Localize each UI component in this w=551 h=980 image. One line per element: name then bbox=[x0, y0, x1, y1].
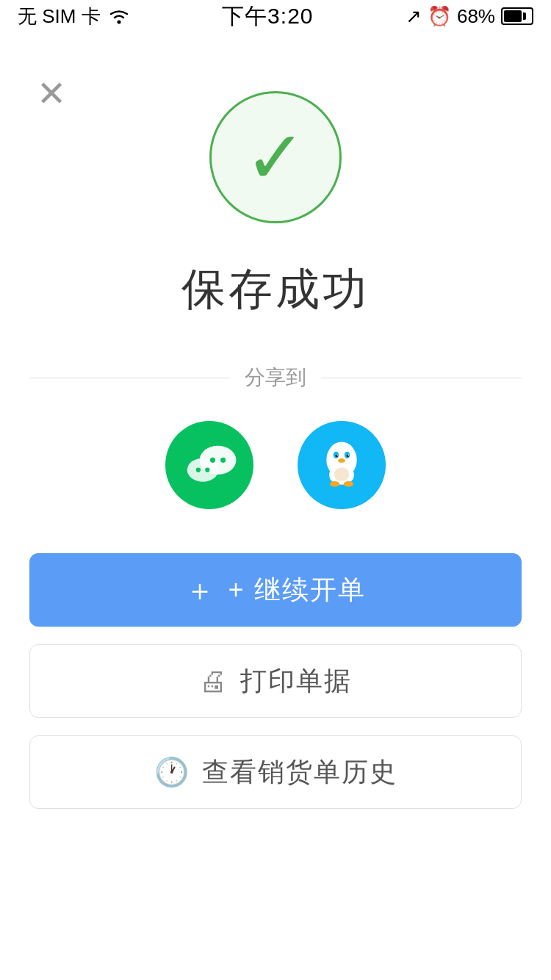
svg-point-12 bbox=[336, 454, 338, 455]
status-left: 无 SIM 卡 bbox=[18, 4, 130, 29]
svg-point-17 bbox=[330, 481, 339, 487]
continue-label: + 继续开单 bbox=[228, 572, 365, 608]
history-label: 查看销货单历史 bbox=[202, 754, 397, 790]
battery-icon bbox=[501, 7, 533, 25]
status-time: 下午3:20 bbox=[222, 1, 313, 32]
svg-point-0 bbox=[117, 21, 120, 24]
close-button[interactable]: ✕ bbox=[29, 72, 73, 116]
alarm-icon: ⏰ bbox=[428, 5, 451, 28]
plus-icon: ＋ bbox=[185, 570, 216, 610]
success-title: 保存成功 bbox=[181, 260, 370, 320]
location-icon: ↗ bbox=[406, 5, 422, 28]
svg-point-4 bbox=[220, 458, 226, 463]
checkmark-icon: ✓ bbox=[245, 120, 306, 194]
print-label: 打印单据 bbox=[240, 663, 352, 699]
buttons-section: ＋ + 继续开单 🖨 打印单据 🕐 查看销货单历史 bbox=[0, 553, 551, 809]
status-right: ↗ ⏰ 68% bbox=[406, 5, 533, 28]
divider-right bbox=[321, 378, 522, 378]
continue-button[interactable]: ＋ + 继续开单 bbox=[29, 553, 522, 627]
share-section: 分享到 bbox=[0, 364, 551, 509]
svg-point-6 bbox=[205, 468, 209, 472]
divider-left bbox=[29, 378, 230, 378]
svg-point-5 bbox=[196, 468, 201, 472]
main-content: ✕ ✓ 保存成功 分享到 bbox=[0, 32, 551, 980]
printer-icon: 🖨 bbox=[199, 666, 228, 697]
svg-point-13 bbox=[347, 454, 349, 455]
carrier-text: 无 SIM 卡 bbox=[18, 4, 101, 29]
svg-point-14 bbox=[338, 458, 345, 463]
share-icons bbox=[165, 421, 386, 509]
clock-icon: 🕐 bbox=[154, 756, 190, 788]
svg-point-18 bbox=[344, 481, 353, 487]
close-icon: ✕ bbox=[37, 76, 66, 112]
status-bar: 无 SIM 卡 下午3:20 ↗ ⏰ 68% bbox=[0, 0, 551, 32]
qq-logo bbox=[316, 436, 367, 494]
battery-percentage: 68% bbox=[457, 5, 495, 28]
svg-point-16 bbox=[334, 467, 350, 481]
svg-point-3 bbox=[210, 458, 215, 463]
qq-share-button[interactable] bbox=[298, 421, 386, 509]
success-indicator: ✓ bbox=[209, 91, 342, 223]
share-label: 分享到 bbox=[245, 364, 306, 392]
wechat-share-button[interactable] bbox=[165, 421, 253, 509]
share-divider: 分享到 bbox=[0, 364, 551, 392]
wifi-icon bbox=[108, 8, 130, 24]
print-button[interactable]: 🖨 打印单据 bbox=[29, 644, 522, 718]
wechat-logo bbox=[180, 439, 239, 491]
history-button[interactable]: 🕐 查看销货单历史 bbox=[29, 735, 522, 809]
